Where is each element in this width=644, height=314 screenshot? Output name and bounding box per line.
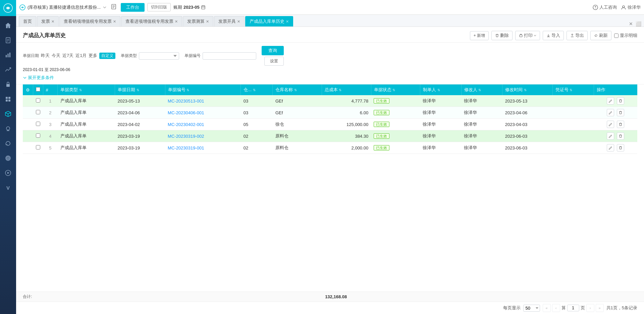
date-today[interactable]: 今天: [52, 53, 60, 59]
period-section: 账期 2023-05: [173, 4, 206, 10]
cell-number-2[interactable]: MC-20230402-001: [165, 119, 241, 130]
tab-invoice[interactable]: 发票 ✕: [37, 16, 59, 26]
show-detail-checkbox-label[interactable]: 显示明细: [614, 33, 637, 39]
tab-input-vat-close[interactable]: ✕: [175, 19, 178, 24]
number-link-1[interactable]: MC-20230406-001: [168, 110, 204, 115]
sidebar-item-home[interactable]: [0, 18, 16, 33]
workbench-button[interactable]: 工作台: [121, 3, 145, 12]
per-page-select[interactable]: 10 20 50 100: [523, 305, 540, 312]
tab-issue-close[interactable]: ✕: [237, 19, 240, 24]
delete-button[interactable]: 删除: [491, 31, 513, 40]
tab-calc-close[interactable]: ✕: [206, 19, 209, 24]
date-1month[interactable]: 近1月: [75, 53, 87, 59]
col-number-header[interactable]: 单据编号 ⇅: [165, 84, 241, 95]
delete-row-btn-0[interactable]: [617, 97, 624, 105]
sidebar-item-play[interactable]: [0, 166, 16, 180]
number-link-3[interactable]: MC-20230319-002: [168, 134, 204, 139]
cell-checkbox-2[interactable]: [33, 119, 43, 130]
number-link-4[interactable]: MC-20230319-001: [168, 145, 204, 150]
tab-sales-vat-close[interactable]: ✕: [113, 19, 116, 24]
sidebar-item-stamp[interactable]: [0, 121, 16, 136]
select-all-checkbox[interactable]: [36, 87, 40, 91]
edit-btn-1[interactable]: [607, 109, 614, 116]
show-detail-checkbox[interactable]: [614, 34, 619, 38]
tab-product-history-close[interactable]: ✕: [286, 19, 289, 24]
new-button[interactable]: + 新增: [470, 31, 489, 40]
print-button[interactable]: 打印: [515, 31, 540, 40]
number-link-2[interactable]: MC-20230402-001: [168, 122, 204, 127]
col-status-header[interactable]: 单据状态 ⇅: [371, 84, 420, 95]
cell-number-1[interactable]: MC-20230406-001: [165, 107, 241, 119]
date-7days[interactable]: 近7天: [62, 53, 73, 59]
tab-issue[interactable]: 发票开具 ✕: [214, 16, 245, 26]
close-all-btn[interactable]: ✕: [629, 21, 633, 26]
delete-row-btn-3[interactable]: [617, 132, 624, 140]
import-button[interactable]: 导入: [543, 31, 564, 40]
cell-checkbox-1[interactable]: [33, 107, 43, 119]
maximize-btn[interactable]: ⬜: [636, 21, 641, 26]
page-prev-btn[interactable]: ‹: [552, 304, 560, 312]
tab-input-vat[interactable]: 查看进项增值税专用发票 ✕: [121, 16, 182, 26]
type-filter-select[interactable]: [139, 52, 179, 60]
tab-home[interactable]: 首页: [19, 16, 36, 26]
col-settings[interactable]: ⚙: [23, 84, 33, 95]
col-date-header[interactable]: 单据日期 ⇅: [115, 84, 165, 95]
sidebar-item-grid[interactable]: [0, 92, 16, 107]
tab-calc[interactable]: 发票测算 ✕: [183, 16, 213, 26]
switch-old-btn[interactable]: 切到旧版: [147, 3, 171, 11]
doc-icon-btn[interactable]: [109, 2, 118, 12]
calendar-icon[interactable]: [201, 5, 206, 10]
edit-btn-0[interactable]: [607, 97, 614, 105]
edit-btn-4[interactable]: [607, 144, 614, 151]
date-custom[interactable]: 自定义: [99, 53, 115, 59]
page-next-btn[interactable]: ›: [586, 304, 594, 312]
page-first-btn[interactable]: «: [543, 304, 551, 312]
cell-checkbox-3[interactable]: [33, 130, 43, 142]
query-button[interactable]: 查询: [262, 46, 284, 55]
col-type-header[interactable]: 单据类型 ⇅: [58, 84, 115, 95]
brand-dropdown-icon[interactable]: [103, 5, 107, 9]
cell-number-0[interactable]: MC-20230513-001: [165, 95, 241, 107]
delete-row-btn-2[interactable]: [617, 121, 624, 128]
col-warehouse-code-header[interactable]: 仓... ⇅: [241, 84, 273, 95]
delete-row-btn-1[interactable]: [617, 109, 624, 116]
col-modify-time-header[interactable]: 修改时间 ⇅: [502, 84, 553, 95]
edit-btn-3[interactable]: [607, 132, 614, 140]
tab-sales-vat[interactable]: 查看销项增值税专用发票 ✕: [59, 16, 120, 26]
user-section[interactable]: 徐泽华: [621, 4, 641, 10]
sidebar-item-lock[interactable]: [0, 77, 16, 92]
col-voucher-header[interactable]: 凭证号 ⇅: [552, 84, 594, 95]
col-warehouse-name-header[interactable]: 仓库名称 ⇅: [273, 84, 322, 95]
sidebar-item-chart[interactable]: [0, 48, 16, 62]
expand-button[interactable]: 展开更多条件: [23, 75, 637, 81]
help-section[interactable]: 人工咨询: [593, 4, 617, 10]
col-modifier-header[interactable]: 修改人 ⇅: [461, 84, 502, 95]
page-header: 产成品入库单历史 + 新增 删除 打印 导入 导出: [16, 27, 644, 43]
cell-number-3[interactable]: MC-20230319-002: [165, 130, 241, 142]
page-num-input[interactable]: [567, 305, 579, 311]
tab-invoice-close[interactable]: ✕: [51, 19, 54, 24]
date-more[interactable]: 更多: [89, 53, 97, 59]
sidebar-item-v[interactable]: V: [0, 180, 16, 195]
cell-checkbox-4[interactable]: [33, 142, 43, 154]
cell-number-4[interactable]: MC-20230319-001: [165, 142, 241, 154]
sidebar-item-doc[interactable]: [0, 33, 16, 48]
export-button[interactable]: 导出: [567, 31, 588, 40]
date-yesterday[interactable]: 昨天: [41, 53, 50, 59]
col-checkbox-header[interactable]: [33, 84, 43, 95]
sidebar-item-inventory[interactable]: [0, 107, 16, 121]
sidebar-item-settings[interactable]: [0, 151, 16, 166]
col-creator-header[interactable]: 制单人 ⇅: [420, 84, 461, 95]
col-total-cost-header[interactable]: 总成本 ⇅: [322, 84, 371, 95]
set-button[interactable]: 设置: [264, 57, 284, 66]
refresh-button[interactable]: 刷新: [590, 31, 611, 40]
number-filter-input[interactable]: [203, 52, 256, 60]
sidebar-item-refresh2[interactable]: [0, 136, 16, 151]
tab-product-history[interactable]: 产成品入库单历史 ✕: [245, 16, 293, 26]
number-link-0[interactable]: MC-20230513-001: [168, 99, 204, 104]
cell-checkbox-0[interactable]: [33, 95, 43, 107]
edit-btn-2[interactable]: [607, 121, 614, 128]
delete-row-btn-4[interactable]: [617, 144, 624, 151]
sidebar-item-trend[interactable]: [0, 62, 16, 77]
page-last-btn[interactable]: »: [596, 304, 604, 312]
